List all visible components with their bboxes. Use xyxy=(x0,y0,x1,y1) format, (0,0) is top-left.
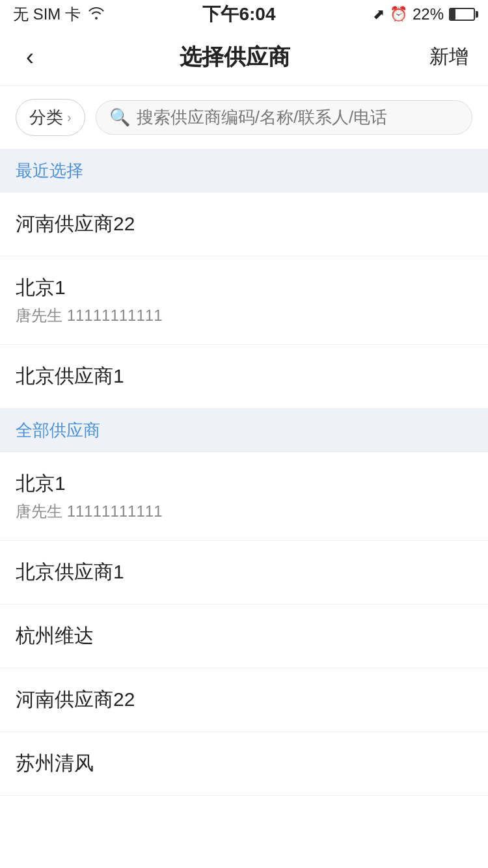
status-right: ⬈ ⏰ 22% xyxy=(373,5,475,23)
chevron-right-icon: › xyxy=(67,110,72,125)
category-filter[interactable]: 分类 › xyxy=(16,99,85,136)
list-item[interactable]: 北京1 唐先生 11111111111 xyxy=(0,452,488,541)
back-button[interactable]: ‹ xyxy=(20,37,40,77)
location-icon: ⬈ xyxy=(373,6,385,23)
list-item[interactable]: 苏州清风 xyxy=(0,732,488,796)
nav-bar: ‹ 选择供应商 新增 xyxy=(0,29,488,86)
add-button[interactable]: 新增 xyxy=(429,44,468,70)
list-item[interactable]: 河南供应商22 xyxy=(0,193,488,256)
category-label: 分类 xyxy=(29,106,63,129)
filter-bar: 分类 › 🔍 xyxy=(0,86,488,149)
search-box[interactable]: 🔍 xyxy=(96,100,472,135)
item-name: 河南供应商22 xyxy=(16,686,472,713)
item-name: 河南供应商22 xyxy=(16,211,472,237)
all-section-header: 全部供应商 xyxy=(0,409,488,452)
sim-status: 无 SIM 卡 xyxy=(13,4,81,25)
recent-items-list: 河南供应商22 北京1 唐先生 11111111111 北京供应商1 xyxy=(0,193,488,409)
status-time: 下午6:04 xyxy=(202,2,275,27)
wifi-icon xyxy=(87,5,105,23)
battery-percent: 22% xyxy=(413,5,444,23)
item-name: 北京1 xyxy=(16,275,472,301)
item-name: 杭州维达 xyxy=(16,623,472,649)
list-item[interactable]: 河南供应商22 xyxy=(0,668,488,732)
item-name: 苏州清风 xyxy=(16,750,472,777)
list-item[interactable]: 杭州维达 xyxy=(0,604,488,668)
battery-icon xyxy=(449,8,475,21)
list-item[interactable]: 北京供应商1 xyxy=(0,541,488,604)
item-name: 北京供应商1 xyxy=(16,363,472,390)
status-bar: 无 SIM 卡 下午6:04 ⬈ ⏰ 22% xyxy=(0,0,488,29)
status-left: 无 SIM 卡 xyxy=(13,4,105,25)
recent-section-header: 最近选择 xyxy=(0,149,488,193)
item-name: 北京1 xyxy=(16,470,472,497)
item-sub: 唐先生 11111111111 xyxy=(16,305,472,326)
list-item[interactable]: 北京供应商1 xyxy=(0,345,488,409)
search-icon: 🔍 xyxy=(109,107,130,128)
list-item[interactable]: 北京1 唐先生 11111111111 xyxy=(0,256,488,345)
page-title: 选择供应商 xyxy=(180,42,290,72)
item-sub: 唐先生 11111111111 xyxy=(16,501,472,522)
alarm-icon: ⏰ xyxy=(390,6,407,23)
item-name: 北京供应商1 xyxy=(16,559,472,586)
all-items-list: 北京1 唐先生 11111111111 北京供应商1杭州维达河南供应商22苏州清… xyxy=(0,452,488,796)
search-input[interactable] xyxy=(137,107,459,128)
